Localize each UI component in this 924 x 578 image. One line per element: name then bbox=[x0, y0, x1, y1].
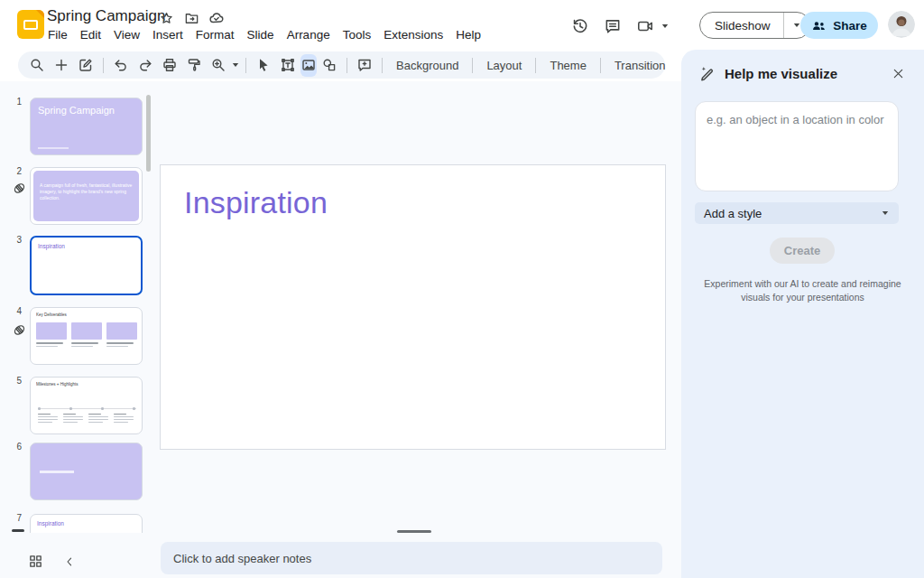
slide-thumbnail-5[interactable]: Milestones + Highlights bbox=[30, 377, 143, 434]
slide-number: 1 bbox=[4, 97, 22, 107]
help-me-visualize-panel: Help me visualize Add a style Create Exp… bbox=[681, 50, 924, 578]
undo-icon[interactable] bbox=[109, 53, 133, 77]
thumb-timeline-labels bbox=[38, 414, 134, 424]
thumb-image-placeholders bbox=[36, 322, 137, 340]
toolbar: Background Layout Theme Transition bbox=[18, 51, 665, 79]
slideshow-label: Slideshow bbox=[700, 19, 783, 33]
slides-logo-icon[interactable] bbox=[17, 10, 44, 39]
work-area: 1 2 3 4 5 6 7 Spring Campaign A campaign… bbox=[0, 81, 681, 578]
slide-thumbnail-6[interactable] bbox=[30, 443, 143, 500]
menu-edit[interactable]: Edit bbox=[74, 26, 107, 43]
slide-canvas[interactable]: Inspiration bbox=[160, 164, 666, 450]
history-icon[interactable] bbox=[568, 14, 592, 38]
menu-insert[interactable]: Insert bbox=[146, 26, 189, 43]
move-folder-icon[interactable] bbox=[182, 9, 200, 27]
thumb-text-block: A campaign full of fresh, fantastical, i… bbox=[33, 171, 139, 221]
slide-thumbnail-3-selected[interactable]: Inspiration bbox=[30, 236, 143, 295]
slide-thumbnail-2[interactable]: A campaign full of fresh, fantastical, i… bbox=[30, 167, 143, 225]
filmstrip-scrollbar[interactable] bbox=[146, 95, 151, 172]
menu-view[interactable]: View bbox=[107, 26, 146, 43]
video-call-dropdown-icon[interactable] bbox=[661, 22, 670, 31]
menu-tools[interactable]: Tools bbox=[337, 26, 378, 43]
collapse-filmstrip-icon[interactable] bbox=[58, 550, 81, 573]
thumb-captions bbox=[36, 342, 137, 349]
menu-help[interactable]: Help bbox=[449, 26, 487, 43]
notes-resize-handle[interactable] bbox=[397, 530, 431, 533]
grid-view-icon[interactable] bbox=[23, 549, 47, 573]
layout-button[interactable]: Layout bbox=[478, 59, 530, 72]
header: Spring Campaign File Edit View Insert Fo… bbox=[0, 0, 924, 50]
slide-thumbnail-4[interactable]: Key Deliverables bbox=[30, 307, 143, 365]
thumb-body-text: A campaign full of fresh, fantastical, i… bbox=[40, 182, 140, 200]
style-selector-label: Add a style bbox=[695, 207, 881, 220]
slide-number: 5 bbox=[4, 376, 22, 386]
zoom-icon[interactable] bbox=[207, 53, 230, 77]
slide-indicator-icon bbox=[12, 322, 27, 338]
speaker-notes-bar[interactable]: Click to add speaker notes bbox=[161, 542, 662, 574]
slide-thumbnail-1[interactable]: Spring Campaign bbox=[30, 98, 143, 155]
text-box-icon[interactable] bbox=[276, 53, 300, 77]
menu-format[interactable]: Format bbox=[189, 26, 241, 43]
share-button[interactable]: Share bbox=[800, 12, 878, 39]
magic-pencil-icon bbox=[699, 65, 716, 82]
prompt-input[interactable] bbox=[696, 102, 898, 191]
slide-filmstrip: 1 2 3 4 5 6 7 Spring Campaign A campaign… bbox=[0, 81, 155, 533]
slide-number: 2 bbox=[4, 166, 22, 176]
thumb-text-bar bbox=[40, 471, 74, 473]
edit-square-icon[interactable] bbox=[74, 53, 97, 77]
star-icon[interactable] bbox=[157, 9, 175, 27]
filmstrip-scroll-indicator bbox=[12, 529, 24, 532]
speaker-notes-placeholder: Click to add speaker notes bbox=[161, 552, 311, 565]
insert-comment-icon[interactable] bbox=[353, 53, 376, 77]
share-label: Share bbox=[833, 19, 867, 33]
video-call-icon[interactable] bbox=[633, 14, 657, 38]
print-icon[interactable] bbox=[158, 53, 181, 77]
style-dropdown-icon bbox=[881, 209, 890, 218]
panel-title: Help me visualize bbox=[725, 66, 878, 81]
menu-bar: File Edit View Insert Format Slide Arran… bbox=[42, 26, 487, 43]
thumb-title: Milestones + Highlights bbox=[36, 382, 78, 387]
panel-caption: Experiment with our AI to create and rei… bbox=[703, 277, 902, 303]
prompt-card bbox=[695, 101, 899, 191]
logo-slide-glyph bbox=[23, 20, 38, 30]
zoom-dropdown-icon[interactable] bbox=[231, 61, 240, 70]
thumb-subtitle-bar bbox=[38, 147, 69, 149]
comments-icon[interactable] bbox=[601, 14, 624, 38]
theme-button[interactable]: Theme bbox=[541, 59, 594, 72]
paint-format-icon[interactable] bbox=[182, 53, 206, 77]
insert-shape-icon[interactable] bbox=[318, 53, 341, 77]
people-share-icon bbox=[811, 18, 827, 33]
transition-button[interactable]: Transition bbox=[606, 59, 674, 72]
new-slide-plus-icon[interactable] bbox=[50, 53, 73, 77]
style-selector[interactable]: Add a style bbox=[695, 202, 899, 224]
slide-number: 7 bbox=[4, 513, 22, 523]
background-button[interactable]: Background bbox=[388, 59, 467, 72]
document-title[interactable]: Spring Campaign bbox=[47, 7, 165, 25]
logo-fold bbox=[36, 10, 44, 18]
account-avatar[interactable] bbox=[888, 11, 915, 38]
menu-extensions[interactable]: Extensions bbox=[377, 26, 449, 43]
create-button[interactable]: Create bbox=[770, 238, 835, 264]
thumb-title: Inspiration bbox=[37, 520, 64, 527]
slide-number: 6 bbox=[4, 442, 22, 452]
thumb-title: Spring Campaign bbox=[31, 98, 142, 117]
thumb-timeline bbox=[38, 408, 136, 409]
thumb-title: Key Deliverables bbox=[36, 312, 67, 317]
menu-slide[interactable]: Slide bbox=[241, 26, 281, 43]
redo-icon[interactable] bbox=[134, 53, 157, 77]
slideshow-button[interactable]: Slideshow bbox=[699, 12, 810, 39]
close-panel-icon[interactable] bbox=[886, 61, 910, 85]
slide-number: 4 bbox=[4, 306, 22, 316]
menu-file[interactable]: File bbox=[42, 26, 74, 43]
menu-arrange[interactable]: Arrange bbox=[281, 26, 337, 43]
thumb-title: Inspiration bbox=[38, 243, 65, 250]
slide-thumbnail-7[interactable]: Inspiration bbox=[30, 514, 143, 533]
cloud-saved-icon[interactable] bbox=[208, 9, 226, 27]
search-menus-icon[interactable] bbox=[25, 53, 49, 77]
select-cursor-icon[interactable] bbox=[252, 53, 275, 77]
canvas-slide-title[interactable]: Inspiration bbox=[184, 185, 328, 220]
slide-indicator-icon bbox=[12, 181, 27, 196]
slide-number: 3 bbox=[4, 235, 22, 245]
insert-image-icon[interactable] bbox=[300, 54, 317, 77]
